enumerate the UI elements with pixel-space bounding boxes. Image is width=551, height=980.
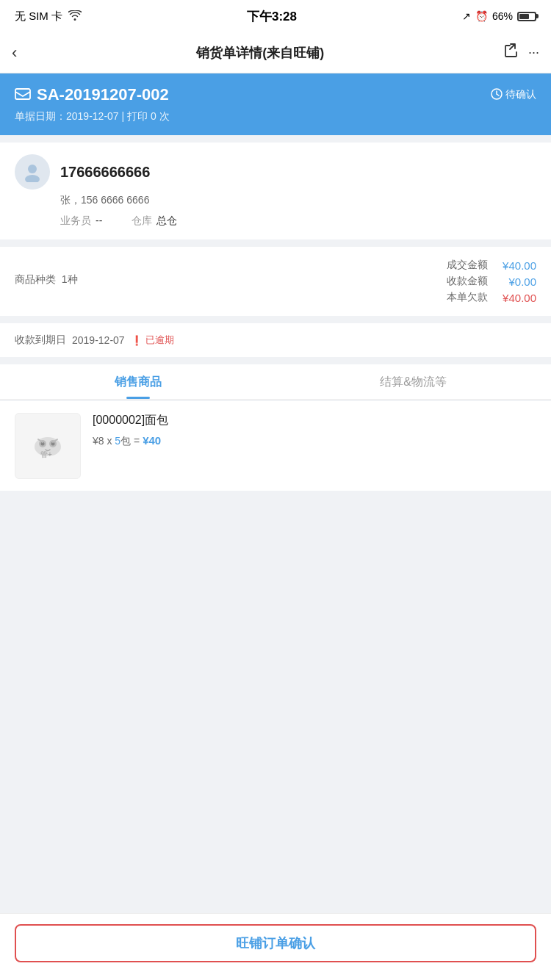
carrier-text: 无 SIM 卡 (15, 10, 62, 24)
warehouse: 仓库 总仓 (132, 215, 177, 228)
due-date-label: 收款到期日 (15, 334, 66, 347)
nav-left: ‹ (12, 43, 17, 62)
product-total: ¥40 (143, 434, 161, 447)
amount-group: 成交金额 ¥40.00 收款金额 ¥0.00 本单欠款 ¥40.00 (447, 259, 536, 304)
sales-rep-value: -- (96, 215, 102, 228)
warehouse-label: 仓库 (132, 215, 152, 228)
tabs-section: 销售商品 结算&物流等 (0, 364, 551, 400)
product-name: [0000002]面包 (93, 413, 536, 428)
bottom-button-wrap: 旺铺订单确认 (0, 913, 551, 980)
customer-phone: 17666666666 (60, 164, 150, 181)
location-icon: ↗ (462, 10, 471, 22)
status-right: ↗ ⏰ 66% (462, 10, 536, 22)
amount-value-1: ¥40.00 (503, 259, 536, 272)
customer-meta: 业务员 -- 仓库 总仓 (60, 215, 536, 228)
overdue-text: 已逾期 (145, 334, 174, 347)
amount-label-2: 收款金额 (447, 275, 488, 288)
product-qty: 5 (115, 435, 120, 447)
tab-sales[interactable]: 销售商品 (0, 364, 276, 399)
order-icon (15, 85, 31, 104)
due-date-section: 收款到期日 2019-12-07 ❗ 已逾期 (0, 323, 551, 357)
product-item: 管+ [0000002]面包 ¥8 x 5包 = ¥40 (15, 413, 536, 479)
warehouse-value: 总仓 (156, 215, 177, 228)
amount-value-3: ¥40.00 (503, 292, 536, 304)
page-title: 销货单详情(来自旺铺) (196, 44, 324, 62)
total-prefix: = (131, 435, 143, 447)
product-logo: 管+ (29, 429, 66, 464)
battery-percent: 66% (492, 10, 513, 22)
confirm-order-button[interactable]: 旺铺订单确认 (15, 924, 536, 962)
financials-section: 商品种类 1种 成交金额 ¥40.00 收款金额 ¥0.00 本单欠款 ¥40.… (0, 247, 551, 316)
product-price: ¥8 x 5包 = ¥40 (93, 434, 536, 448)
product-type: 商品种类 1种 (15, 273, 78, 289)
nav-right: ··· (503, 43, 539, 62)
product-section: 管+ [0000002]面包 ¥8 x 5包 = ¥40 (0, 401, 551, 491)
order-header: SA-20191207-002 待确认 单据日期：2019-12-07 | 打印… (0, 73, 551, 135)
status-time: 下午3:28 (247, 8, 297, 25)
order-date: 单据日期：2019-12-07 | 打印 0 次 (15, 110, 536, 123)
overdue-badge: ❗ 已逾期 (131, 334, 174, 347)
back-button[interactable]: ‹ (12, 43, 17, 62)
more-icon[interactable]: ··· (528, 45, 539, 60)
product-type-label: 商品种类 (15, 273, 56, 285)
tab-settlement[interactable]: 结算&物流等 (276, 364, 551, 399)
status-left: 无 SIM 卡 (15, 10, 82, 24)
alarm-icon: ⏰ (475, 10, 488, 22)
avatar (15, 154, 50, 190)
wifi-icon (68, 10, 82, 23)
svg-point-2 (28, 165, 37, 173)
battery-icon (517, 12, 536, 21)
bottom-area (0, 491, 551, 623)
overdue-icon: ❗ (131, 335, 143, 346)
amount-label-1: 成交金额 (447, 259, 488, 272)
svg-text:管+: 管+ (40, 450, 52, 458)
order-id: SA-20191207-002 (15, 85, 169, 104)
amount-row-2: 收款金额 ¥0.00 (447, 275, 536, 288)
amount-label-3: 本单欠款 (447, 291, 488, 304)
product-info: [0000002]面包 ¥8 x 5包 = ¥40 (93, 413, 536, 448)
amount-row-1: 成交金额 ¥40.00 (447, 259, 536, 272)
order-status: 待确认 (491, 88, 536, 102)
sales-rep: 业务员 -- (60, 215, 102, 228)
nav-bar: ‹ 销货单详情(来自旺铺) ··· (0, 32, 551, 73)
amount-row-3: 本单欠款 ¥40.00 (447, 291, 536, 304)
share-icon[interactable] (503, 43, 519, 62)
customer-section: 17666666666 张，156 6666 6666 业务员 -- 仓库 总仓 (0, 143, 551, 239)
product-type-value: 1种 (62, 273, 78, 285)
qty-unit: 包 (120, 435, 131, 447)
status-bar: 无 SIM 卡 下午3:28 ↗ ⏰ 66% (0, 0, 551, 32)
price-text: ¥8 x (93, 435, 115, 447)
customer-name: 张，156 6666 6666 (60, 194, 536, 207)
product-thumbnail: 管+ (15, 413, 81, 479)
svg-point-3 (25, 175, 40, 182)
clock-icon (491, 88, 503, 102)
sales-rep-label: 业务员 (60, 215, 91, 228)
amount-value-2: ¥0.00 (508, 275, 536, 288)
svg-rect-0 (15, 89, 30, 99)
due-date-value: 2019-12-07 (72, 334, 125, 346)
